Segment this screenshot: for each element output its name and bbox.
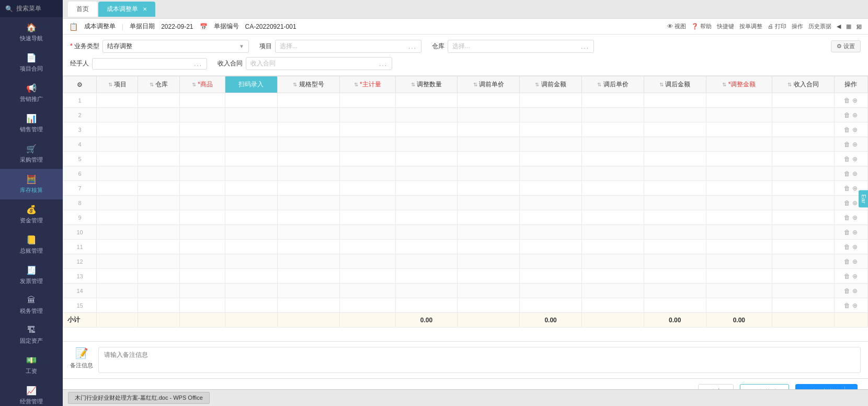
cell-row13-adj_amount[interactable] [706, 269, 772, 284]
delete-icon[interactable]: 🗑 [844, 141, 850, 148]
cell-row13-product[interactable] [179, 269, 225, 284]
review-action[interactable]: 按单调整 [739, 22, 762, 30]
col-header-settings[interactable]: ⚙ [63, 76, 97, 93]
cell-row1-prev_unit_price[interactable] [458, 93, 520, 108]
cell-row4-scan[interactable] [225, 137, 277, 152]
cell-row9-adj_amount[interactable] [706, 210, 772, 225]
sidebar-item-tax-mgmt[interactable]: 🏛税务管理 [0, 290, 63, 320]
copy-icon[interactable]: ⊕ [852, 141, 858, 148]
cell-row6-adj_amount[interactable] [706, 166, 772, 181]
cell-row5-warehouse[interactable] [138, 152, 179, 166]
cell-row5-after_unit_price[interactable] [582, 152, 644, 166]
cell-row3-prev_unit_price[interactable] [458, 122, 520, 137]
cell-row13-scan[interactable] [225, 269, 277, 284]
cell-row7-after_amount[interactable] [644, 181, 706, 196]
sidebar-item-sales-promo[interactable]: 📢营销推广 [0, 78, 63, 108]
print-action[interactable]: 🖨 打印 [768, 22, 786, 30]
cell-row1-adj_amount[interactable] [706, 93, 772, 108]
copy-icon[interactable]: ⊕ [852, 258, 858, 265]
cell-row10-warehouse[interactable] [138, 225, 179, 240]
cell-row12-income_contract[interactable] [772, 254, 835, 269]
copy-icon[interactable]: ⊕ [852, 155, 858, 163]
cell-row10-adj_qty[interactable] [395, 225, 458, 240]
sidebar-search[interactable]: 🔍 搜索菜单 [0, 0, 63, 17]
sort-icon-income_contract[interactable]: ⇅ [787, 82, 792, 87]
copy-icon[interactable]: ⊕ [852, 111, 858, 119]
help-action[interactable]: ❓ 帮助 [691, 22, 712, 30]
sort-icon-product[interactable]: ⇅ [192, 82, 196, 87]
cell-row13-spec[interactable] [278, 269, 340, 284]
cell-row11-project[interactable] [97, 240, 138, 254]
cell-row11-product[interactable] [179, 240, 225, 254]
cell-row10-scan[interactable] [225, 225, 277, 240]
delete-icon[interactable]: 🗑 [844, 229, 850, 236]
cell-row1-project[interactable] [97, 93, 138, 108]
cell-row7-product[interactable] [179, 181, 225, 196]
cell-row15-scan[interactable] [225, 298, 277, 313]
cell-row4-adj_amount[interactable] [706, 137, 772, 152]
cell-row11-after_amount[interactable] [644, 240, 706, 254]
cell-row12-scan[interactable] [225, 254, 277, 269]
cell-row12-unit[interactable] [339, 254, 395, 269]
cell-row15-spec[interactable] [278, 298, 340, 313]
delete-icon[interactable]: 🗑 [844, 302, 850, 309]
view-action[interactable]: 👁 视图 [667, 22, 686, 30]
cell-row8-spec[interactable] [278, 196, 340, 210]
cell-row5-after_amount[interactable] [644, 152, 706, 166]
biz-type-input[interactable]: 结存调整 ▼ [102, 40, 249, 53]
sidebar-item-ops-mgmt[interactable]: 📈经营管理 [0, 380, 63, 406]
cell-row1-after_unit_price[interactable] [582, 93, 644, 108]
cell-row2-prev_unit_price[interactable] [458, 108, 520, 122]
cell-row2-prev_amount[interactable] [520, 108, 582, 122]
cell-row12-spec[interactable] [278, 254, 340, 269]
sidebar-item-inventory-calc[interactable]: 🧮库存核算 [0, 169, 63, 199]
cell-row5-unit[interactable] [339, 152, 395, 166]
col-header-scan[interactable]: 扫码录入 [225, 76, 277, 93]
cell-row5-prev_unit_price[interactable] [458, 152, 520, 166]
sort-icon-adj_qty[interactable]: ⇅ [411, 82, 415, 87]
warehouse-input[interactable]: 选择... ... [448, 40, 594, 53]
cell-row15-product[interactable] [179, 298, 225, 313]
cell-row7-income_contract[interactable] [772, 181, 835, 196]
cell-row14-prev_amount[interactable] [520, 284, 582, 298]
delete-icon[interactable]: 🗑 [844, 258, 850, 265]
copy-icon[interactable]: ⊕ [852, 97, 858, 104]
cell-row14-adj_amount[interactable] [706, 284, 772, 298]
delete-icon[interactable]: 🗑 [844, 155, 850, 163]
cell-row15-adj_amount[interactable] [706, 298, 772, 313]
cell-row11-scan[interactable] [225, 240, 277, 254]
cell-row4-adj_qty[interactable] [395, 137, 458, 152]
cell-row2-adj_amount[interactable] [706, 108, 772, 122]
cell-row15-warehouse[interactable] [138, 298, 179, 313]
window-close-button[interactable]: ✕ [855, 23, 862, 31]
cell-row3-after_unit_price[interactable] [582, 122, 644, 137]
cell-row13-after_amount[interactable] [644, 269, 706, 284]
delete-icon[interactable]: 🗑 [844, 243, 850, 251]
cell-row6-scan[interactable] [225, 166, 277, 181]
cell-row9-prev_amount[interactable] [520, 210, 582, 225]
sort-icon-project[interactable]: ⇅ [108, 82, 112, 87]
cell-row3-spec[interactable] [278, 122, 340, 137]
cell-row8-product[interactable] [179, 196, 225, 210]
cell-row8-after_amount[interactable] [644, 196, 706, 210]
cell-row10-project[interactable] [97, 225, 138, 240]
sort-icon-warehouse[interactable]: ⇅ [150, 82, 154, 87]
cell-row2-after_unit_price[interactable] [582, 108, 644, 122]
delete-icon[interactable]: 🗑 [844, 199, 850, 207]
cell-row6-adj_qty[interactable] [395, 166, 458, 181]
cell-row8-after_unit_price[interactable] [582, 196, 644, 210]
settings-button[interactable]: ⚙ 设置 [831, 40, 861, 52]
cell-row7-adj_amount[interactable] [706, 181, 772, 196]
copy-icon[interactable]: ⊕ [852, 126, 858, 133]
sidebar-item-project-contract[interactable]: 📄项目合同 [0, 48, 63, 78]
cell-row2-scan[interactable] [225, 108, 277, 122]
cell-row13-warehouse[interactable] [138, 269, 179, 284]
copy-icon[interactable]: ⊕ [852, 214, 858, 221]
cell-row14-product[interactable] [179, 284, 225, 298]
cell-row13-prev_unit_price[interactable] [458, 269, 520, 284]
cell-row12-prev_amount[interactable] [520, 254, 582, 269]
cell-row3-adj_qty[interactable] [395, 122, 458, 137]
cell-row10-after_unit_price[interactable] [582, 225, 644, 240]
cell-row6-after_unit_price[interactable] [582, 166, 644, 181]
cell-row14-adj_qty[interactable] [395, 284, 458, 298]
